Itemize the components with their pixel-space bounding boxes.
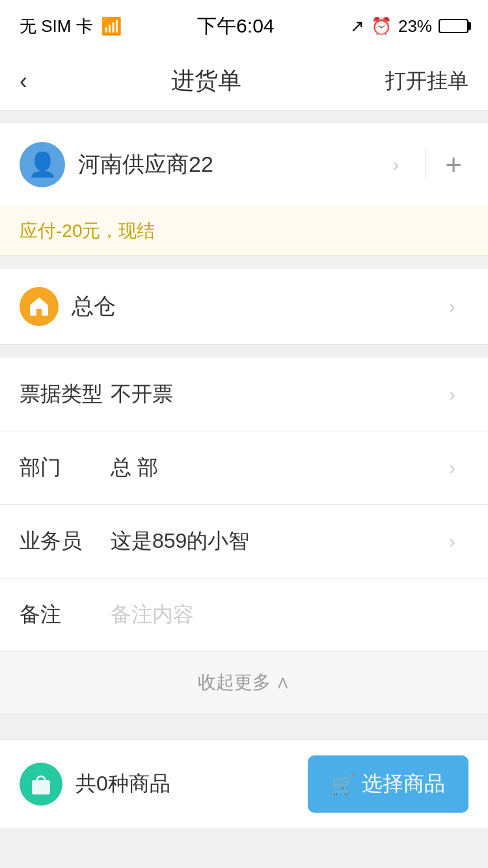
supplier-section: 👤 河南供应商22 › + 应付-20元，现结 [0,124,488,256]
select-products-button[interactable]: 🛒 选择商品 [308,755,468,813]
status-left: 无 SIM 卡 📶 [20,15,122,38]
invoice-label: 票据类型 [20,380,111,409]
salesman-chevron-icon: › [449,530,455,552]
status-time: 下午6:04 [197,13,274,40]
department-row[interactable]: 部门 总 部 › [0,431,488,505]
invoice-value: 不开票 [111,380,449,409]
carrier-label: 无 SIM 卡 [20,15,93,38]
info-banner: 应付-20元，现结 [0,206,488,256]
department-chevron-icon: › [449,457,455,479]
invoice-chevron-icon: › [449,383,455,405]
supplier-avatar: 👤 [20,142,65,187]
warehouse-row[interactable]: 总仓 › [0,269,488,345]
warehouse-icon [20,287,59,326]
warehouse-label: 总仓 [72,292,449,321]
form-section: 票据类型 不开票 › 部门 总 部 › 业务员 这是859的小智 › 备注 备注… [0,358,488,652]
department-label: 部门 [20,454,111,482]
salesman-value: 这是859的小智 [111,527,449,556]
remark-input[interactable]: 备注内容 [111,601,468,629]
battery-bar [439,19,468,33]
supplier-name: 河南供应商22 [78,150,392,180]
warehouse-chevron-icon: › [449,295,455,318]
page-title: 进货单 [171,65,241,97]
open-pending-button[interactable]: 打开挂单 [385,67,468,96]
department-value: 总 部 [111,454,449,482]
products-icon [20,763,62,806]
remark-row[interactable]: 备注 备注内容 [0,578,488,652]
battery-label: 23% [398,16,432,36]
status-right: ↗ ⏰ 23% [350,16,468,36]
inner-gap-3 [0,713,488,726]
select-products-icon: 🛒 [331,773,355,796]
inner-gap-1 [0,256,488,269]
section-gap-1 [0,111,488,124]
status-bar: 无 SIM 卡 📶 下午6:04 ↗ ⏰ 23% [0,0,488,52]
select-products-label: 选择商品 [362,770,445,798]
remark-label: 备注 [20,601,111,629]
wifi-icon: 📶 [101,16,122,36]
collapse-row[interactable]: 收起更多 ∧ [0,652,488,713]
avatar-icon: 👤 [28,151,57,178]
location-icon: ↗ [350,16,364,36]
supplier-chevron-icon: › [392,154,399,176]
collapse-label: 收起更多 ∧ [198,670,291,695]
supplier-divider [425,148,426,181]
home-icon [27,295,51,318]
invoice-type-row[interactable]: 票据类型 不开票 › [0,358,488,431]
bottom-bar: 共0种商品 🛒 选择商品 [0,739,488,828]
salesman-label: 业务员 [20,527,111,556]
back-button[interactable]: ‹ [20,68,27,95]
nav-bar: ‹ 进货单 打开挂单 [0,52,488,111]
page: 无 SIM 卡 📶 下午6:04 ↗ ⏰ 23% ‹ 进货单 打开挂单 👤 河南… [0,0,488,868]
supplier-row[interactable]: 👤 河南供应商22 › + [0,124,488,206]
salesman-row[interactable]: 业务员 这是859的小智 › [0,505,488,578]
shopping-bag-icon [28,771,54,797]
info-text: 应付-20元，现结 [20,221,155,241]
svg-rect-0 [32,780,50,794]
add-supplier-button[interactable]: + [439,148,468,181]
products-count: 共0种商品 [75,770,295,798]
inner-gap-2 [0,345,488,358]
alarm-icon: ⏰ [371,16,392,36]
